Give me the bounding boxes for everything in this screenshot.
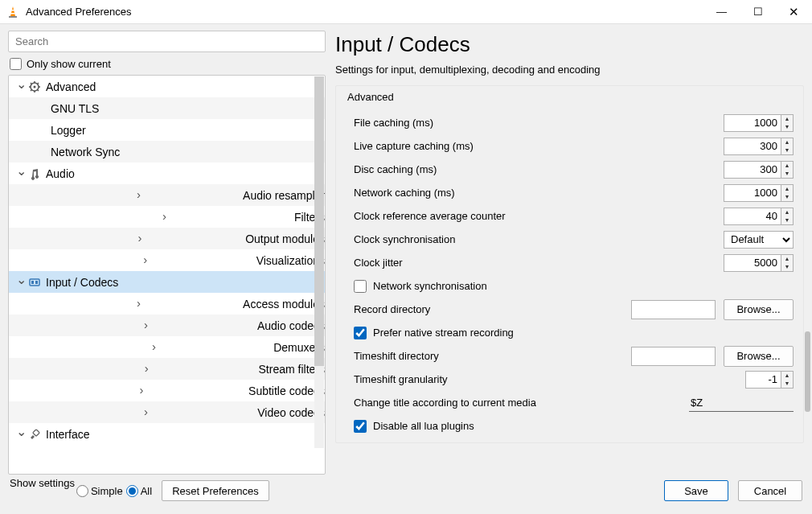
settings-tree: Advanced GNU TLS Logger Network Sync Aud… (8, 75, 326, 475)
chevron-right-icon (38, 232, 242, 245)
titlebar: Advanced Preferences — ☐ ✕ (0, 0, 812, 24)
network-caching-input[interactable] (724, 184, 781, 202)
simple-radio-label[interactable]: Simple (76, 485, 123, 497)
timeshift-gran-input[interactable] (745, 371, 781, 389)
tree-audio-resampler[interactable]: Audio resampler (9, 184, 325, 206)
spinner-buttons[interactable]: ▲▼ (781, 138, 794, 155)
tree-logger[interactable]: Logger (9, 119, 325, 141)
maximize-button[interactable]: ☐ (740, 0, 776, 24)
clock-ref-input[interactable] (724, 208, 781, 225)
tree-scrollbar-thumb[interactable] (314, 76, 324, 366)
right-scrollbar-thumb[interactable] (805, 331, 810, 412)
tree-filters[interactable]: Filters (9, 206, 325, 228)
search-input[interactable] (8, 31, 326, 52)
svg-rect-14 (33, 429, 39, 435)
svg-line-8 (38, 89, 39, 91)
network-caching-label: Network caching (ms) (354, 187, 724, 199)
spinner-buttons[interactable]: ▲▼ (781, 184, 794, 202)
tree-input-codecs[interactable]: Input / Codecs (9, 271, 325, 293)
music-note-icon (27, 167, 43, 180)
svg-rect-13 (35, 281, 38, 284)
chevron-right-icon (38, 253, 253, 267)
tree-stream-filters[interactable]: Stream filters (9, 358, 325, 380)
page-title: Input / Codecs (335, 32, 804, 57)
live-capture-label: Live capture caching (ms) (354, 140, 724, 152)
spinner-buttons[interactable]: ▲▼ (781, 161, 794, 179)
chevron-down-icon (15, 426, 27, 442)
show-settings-label: Show settings (10, 477, 75, 489)
file-caching-input[interactable] (724, 114, 781, 132)
footer: Show settings Simple All Reset Preferenc… (0, 475, 812, 507)
record-dir-browse-button[interactable]: Browse... (724, 299, 794, 320)
svg-rect-11 (30, 279, 39, 286)
tree-access-modules[interactable]: Access modules (9, 293, 325, 315)
tree-subtitle-codecs[interactable]: Subtitle codecs (9, 380, 325, 401)
tree-visualizations[interactable]: Visualizations (9, 249, 325, 271)
change-title-input[interactable] (689, 394, 794, 412)
window-title: Advanced Preferences (26, 6, 703, 18)
advanced-group: Advanced File caching (ms)▲▼ Live captur… (335, 85, 804, 443)
file-caching-label: File caching (ms) (354, 117, 724, 129)
save-button[interactable]: Save (664, 480, 728, 501)
all-radio[interactable] (126, 485, 138, 497)
chevron-down-icon (15, 274, 27, 290)
disc-caching-label: Disc caching (ms) (354, 163, 724, 175)
tree-interface[interactable]: Interface (9, 423, 325, 445)
minimize-button[interactable]: — (703, 0, 740, 24)
clock-sync-select[interactable]: Default (724, 231, 794, 249)
disable-lua-label: Disable all lua plugins (373, 420, 794, 432)
reset-preferences-button[interactable]: Reset Preferences (162, 480, 269, 501)
timeshift-gran-label: Timeshift granularity (354, 373, 745, 385)
page-description: Settings for input, demultiplexing, deco… (335, 64, 804, 76)
timeshift-dir-input[interactable] (631, 347, 716, 366)
svg-rect-0 (9, 16, 17, 18)
prefer-native-label: Prefer native stream recording (373, 327, 794, 339)
tree-audio-codecs[interactable]: Audio codecs (9, 315, 325, 336)
spinner-buttons[interactable]: ▲▼ (781, 208, 794, 225)
timeshift-dir-label: Timeshift directory (354, 350, 631, 362)
clock-sync-label: Clock synchronisation (354, 233, 724, 245)
change-title-label: Change title according to current media (354, 397, 689, 409)
chevron-down-icon (15, 166, 27, 181)
live-capture-input[interactable] (724, 138, 781, 155)
prefer-native-checkbox[interactable] (354, 327, 367, 339)
tree-demuxers[interactable]: Demuxers (9, 336, 325, 358)
clock-ref-label: Clock reference average counter (354, 210, 724, 222)
only-show-current-checkbox[interactable] (10, 58, 22, 70)
spinner-buttons[interactable]: ▲▼ (781, 371, 794, 389)
tree-network-sync[interactable]: Network Sync (9, 141, 325, 162)
vlc-icon (6, 6, 19, 19)
only-show-current-label: Only show current (27, 58, 111, 70)
brush-icon (27, 428, 43, 441)
disable-lua-checkbox[interactable] (354, 420, 367, 433)
network-sync-checkbox[interactable] (354, 280, 367, 293)
timeshift-dir-browse-button[interactable]: Browse... (724, 346, 794, 367)
tree-audio[interactable]: Audio (9, 162, 325, 184)
spinner-buttons[interactable]: ▲▼ (781, 114, 794, 132)
chevron-right-icon (38, 188, 240, 202)
svg-line-10 (38, 83, 39, 84)
chevron-right-icon (38, 340, 270, 354)
svg-point-2 (34, 85, 36, 88)
tree-advanced[interactable]: Advanced (9, 76, 325, 97)
group-title: Advanced (336, 86, 803, 111)
tree-video-codecs[interactable]: Video codecs (9, 401, 325, 423)
codec-icon (27, 276, 43, 289)
spinner-buttons[interactable]: ▲▼ (781, 254, 794, 272)
clock-jitter-input[interactable] (724, 254, 781, 272)
simple-radio[interactable] (76, 485, 88, 497)
left-panel: Only show current Advanced GNU TLS Logge… (8, 31, 326, 475)
record-dir-label: Record directory (354, 303, 631, 315)
all-radio-label[interactable]: All (126, 485, 152, 497)
record-dir-input[interactable] (631, 300, 716, 319)
chevron-right-icon (38, 362, 256, 376)
chevron-right-icon (38, 405, 254, 419)
cancel-button[interactable]: Cancel (738, 480, 802, 501)
tree-gnu-tls[interactable]: GNU TLS (9, 97, 325, 119)
right-panel: Input / Codecs Settings for input, demul… (335, 31, 804, 475)
disc-caching-input[interactable] (724, 161, 781, 179)
tree-output-modules[interactable]: Output modules (9, 228, 325, 249)
close-button[interactable]: ✕ (776, 0, 812, 24)
svg-line-7 (31, 83, 32, 84)
gear-icon (27, 80, 43, 93)
